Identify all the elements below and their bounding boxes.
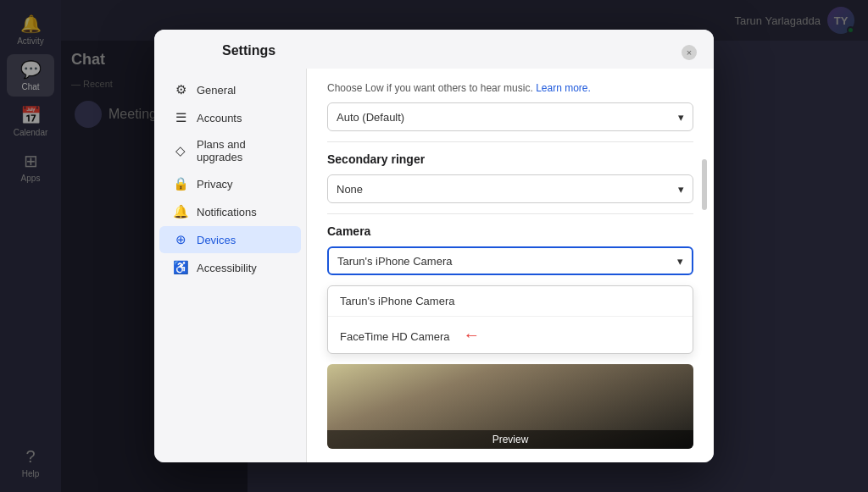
settings-modal: Settings × ⚙ General ☰ Accounts: [154, 30, 714, 462]
preview-label: Preview: [327, 430, 693, 449]
nav-item-devices[interactable]: ⊕ Devices: [159, 226, 301, 253]
nav-item-plans[interactable]: ◇ Plans and upgrades: [159, 132, 301, 169]
nav-item-accessibility[interactable]: ♿ Accessibility: [159, 254, 301, 281]
settings-nav: ⚙ General ☰ Accounts ◇ Plans and upgrade…: [154, 69, 307, 462]
notifications-icon: 🔔: [173, 204, 188, 219]
app-window: 🔔 Activity 💬 Chat 📅 Calendar ⊞ Apps ? He…: [0, 0, 868, 492]
nav-item-accounts[interactable]: ☰ Accounts: [159, 104, 301, 131]
plans-icon: ◇: [173, 143, 188, 158]
modal-overlay: Settings × ⚙ General ☰ Accounts: [0, 0, 868, 492]
accounts-icon: ☰: [173, 110, 188, 125]
nav-item-notifications[interactable]: 🔔 Notifications: [159, 198, 301, 225]
nav-item-privacy[interactable]: 🔒 Privacy: [159, 170, 301, 197]
modal-title: Settings: [222, 43, 697, 58]
secondary-ringer-label: Secondary ringer: [327, 152, 693, 166]
scrollbar[interactable]: [702, 159, 707, 210]
camera-option-iphone[interactable]: Tarun's iPhone Camera: [328, 286, 693, 317]
modal-titlebar: Settings ×: [154, 30, 714, 69]
arrow-indicator: ←: [463, 325, 480, 345]
camera-preview: Preview: [327, 364, 693, 449]
modal-body: ⚙ General ☰ Accounts ◇ Plans and upgrade…: [154, 69, 714, 462]
settings-content: Choose Low if you want others to hear mu…: [307, 69, 714, 462]
nav-item-general[interactable]: ⚙ General: [159, 76, 301, 103]
divider-1: [327, 141, 693, 142]
info-text: Choose Low if you want others to hear mu…: [327, 82, 693, 94]
accessibility-icon: ♿: [173, 260, 188, 275]
devices-icon: ⊕: [173, 232, 188, 247]
close-button[interactable]: ×: [682, 45, 697, 60]
camera-dropdown[interactable]: Tarun's iPhone Camera ▾: [327, 246, 693, 275]
camera-dropdown-list: Tarun's iPhone Camera FaceTime HD Camera…: [327, 285, 693, 354]
camera-label: Camera: [327, 224, 693, 238]
chevron-down-icon: ▾: [678, 111, 684, 124]
chevron-down-icon-3: ▾: [677, 255, 683, 268]
learn-more-link[interactable]: Learn more.: [536, 82, 591, 94]
secondary-ringer-dropdown[interactable]: None ▾: [327, 174, 693, 203]
privacy-icon: 🔒: [173, 176, 188, 191]
chevron-down-icon-2: ▾: [678, 183, 684, 196]
general-icon: ⚙: [173, 82, 188, 97]
divider-2: [327, 213, 693, 214]
camera-option-facetime[interactable]: FaceTime HD Camera ←: [328, 317, 693, 353]
music-mode-dropdown[interactable]: Auto (Default) ▾: [327, 102, 693, 131]
